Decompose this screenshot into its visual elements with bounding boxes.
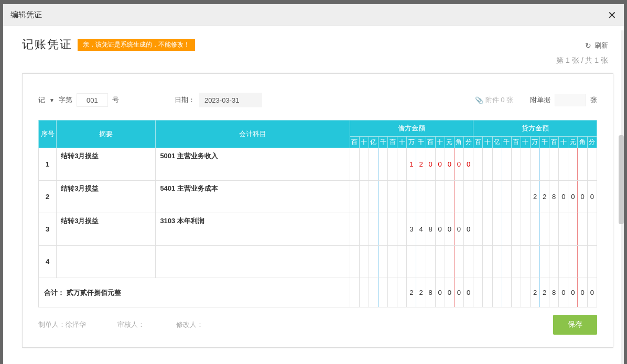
attachment-link[interactable]: 📎 附件 0 张 [475, 95, 513, 105]
table-row[interactable]: 4 [39, 246, 597, 278]
save-button[interactable]: 保存 [553, 315, 597, 335]
maker-label: 制单人：徐泽华 [38, 320, 86, 329]
table-row[interactable]: 3结转3月损益3103 本年利润3480000 [39, 213, 597, 246]
paperclip-icon: 📎 [475, 96, 483, 104]
scrollbar-track[interactable] [621, 30, 624, 364]
page-title: 记账凭证 [22, 37, 72, 52]
voucher-table: 序号 摘要 会计科目 借方金额 贷方金额 百十亿千百十万千百十元角分百十亿千百十… [38, 120, 597, 307]
date-input[interactable] [199, 93, 262, 107]
modal: 编辑凭证 ✕ 记账凭证 亲，该凭证是系统生成的，不能修改！ ↻ 刷新 第 1 张… [3, 4, 624, 364]
fudan-input[interactable] [555, 94, 586, 106]
voucher-number-input[interactable] [77, 93, 108, 107]
refresh-icon: ↻ [585, 41, 591, 50]
close-icon[interactable]: ✕ [608, 9, 617, 21]
th-debit: 借方金额 [350, 120, 473, 137]
warning-tag: 亲，该凭证是系统生成的，不能修改！ [78, 39, 195, 51]
pager-info: 第 1 张 / 共 1 张 [556, 56, 608, 65]
th-credit: 贷方金额 [473, 120, 597, 137]
modal-header: 编辑凭证 ✕ [3, 4, 624, 26]
voucher-card: 记 ▼ 字第 号 日期： 📎 附件 0 张 附单据 张 [22, 73, 613, 348]
modal-title: 编辑凭证 [10, 10, 42, 20]
caret-down-icon: ▼ [49, 97, 55, 103]
scrollbar-thumb[interactable] [619, 135, 624, 224]
total-row: 合计： 贰万贰仟捌佰元整22800002280000 [39, 278, 597, 307]
th-summary: 摘要 [57, 120, 156, 148]
refresh-button[interactable]: ↻ 刷新 [585, 41, 608, 50]
table-header: 序号 摘要 会计科目 借方金额 贷方金额 百十亿千百十万千百十元角分百十亿千百十… [39, 120, 597, 148]
th-subject: 会计科目 [156, 120, 350, 148]
th-seq: 序号 [39, 120, 57, 148]
editor-label: 修改人： [176, 320, 203, 329]
auditor-label: 审核人： [117, 320, 145, 329]
table-row[interactable]: 2结转3月损益5401 主营业务成本2280000 [39, 181, 597, 213]
table-row[interactable]: 1结转3月损益5001 主营业务收入1200000 [39, 148, 597, 181]
voucher-type-dropdown[interactable]: 记 ▼ [38, 95, 55, 105]
